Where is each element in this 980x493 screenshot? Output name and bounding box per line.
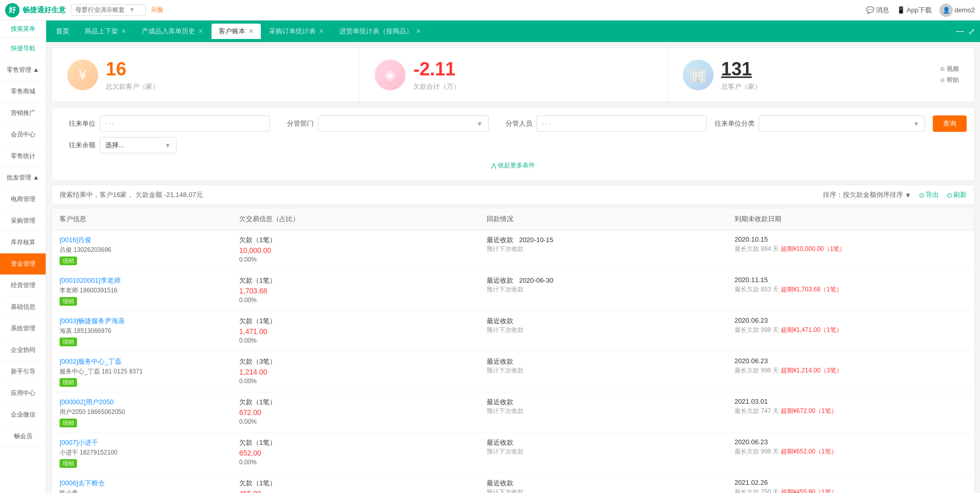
- debt-amount-6: 652.00: [239, 449, 471, 457]
- days-info-4: 最长欠款 998 天 超期¥1,214.00（3笔）: [735, 366, 967, 375]
- refresh-btn[interactable]: ⊙ 刷新: [947, 190, 967, 200]
- sidebar-item-finance[interactable]: 资金管理: [0, 253, 46, 275]
- sidebar-item-newbie[interactable]: 新手引导: [0, 361, 46, 383]
- sidebar-item-enterprise[interactable]: 企业协同: [0, 340, 46, 361]
- sidebar-item-retail-mall[interactable]: 零售商城: [0, 81, 46, 103]
- app-download-btn[interactable]: 📱 App下载: [897, 6, 932, 15]
- customer-name-7[interactable]: [0006]去下粮仓: [60, 479, 105, 487]
- debt-count-4: 欠款（3笔）: [239, 357, 471, 366]
- td-customer-7: [0006]去下粮仓 陈小希 现销: [52, 474, 232, 493]
- main-layout: 搜索菜单 快捷导航 零售管理 ▲ 零售商城 营销推广 会员中心 零售统计 批发管…: [0, 21, 980, 493]
- logo-icon: 好: [5, 3, 20, 17]
- overdue-amount-3[interactable]: 超期¥1,471.00（1笔）: [781, 326, 842, 333]
- tab-finished-goods[interactable]: 产成品入库单历史 ✕: [134, 24, 210, 39]
- debt-customers-icon: ¥: [67, 60, 98, 90]
- sidebar-item-wechat[interactable]: 企业微信: [0, 404, 46, 426]
- sidebar-item-purchase-mgmt[interactable]: 采购管理: [0, 210, 46, 232]
- message-btn[interactable]: 💬 消息: [866, 6, 889, 15]
- customer-name-2[interactable]: [0001020001]李老师: [60, 277, 121, 284]
- td-due-3: 2020.06.23 最长欠款 998 天 超期¥1,471.00（1笔）: [727, 311, 974, 351]
- store-selector[interactable]: 母婴行业演示账套 ▼: [71, 4, 146, 16]
- overdue-amount-2[interactable]: 超期¥1,703.68（1笔）: [781, 286, 842, 293]
- debt-count-5: 欠款（1笔）: [239, 398, 471, 407]
- video-btn[interactable]: ⊙ 视频: [940, 65, 959, 73]
- sort-arrow-icon: ▼: [905, 191, 911, 199]
- overdue-amount-1[interactable]: 超期¥10,000.00（1笔）: [781, 245, 846, 252]
- sidebar-item-ecommerce[interactable]: 电商管理: [0, 189, 46, 210]
- filter-balance-select[interactable]: 选择... ▼: [100, 137, 177, 153]
- customer-name-1[interactable]: [0016]吕俊: [60, 236, 91, 244]
- customer-name-4[interactable]: [0002]服务中心_丁磊: [60, 358, 122, 365]
- tab-purchase-order-stats[interactable]: 采购订单统计表 ✕: [262, 24, 331, 39]
- td-due-7: 2021.02.26 最长欠款 750 天 超期¥455.90（1笔）: [727, 474, 974, 493]
- filter-unit-input[interactable]: ···: [100, 115, 270, 132]
- filter-row-2: 往来余额 选择... ▼: [60, 137, 967, 153]
- filter-unit-cat-select[interactable]: ▼: [759, 115, 925, 132]
- sidebar-item-member2[interactable]: 畅会员: [0, 426, 46, 447]
- overdue-amount-5[interactable]: 超期¥672.00（1笔）: [781, 407, 837, 415]
- filter-person-input[interactable]: ···: [536, 115, 707, 132]
- enterprise-label: 企业协同: [3, 346, 43, 354]
- tab-close-incoming[interactable]: ✕: [416, 28, 421, 35]
- sidebar-item-system[interactable]: 系统管理: [0, 318, 46, 340]
- overdue-amount-7[interactable]: 超期¥455.90（1笔）: [781, 488, 837, 493]
- recovery-label-2: 最近收款 2020-06-30: [487, 276, 719, 285]
- sidebar-item-member[interactable]: 会员中心: [0, 124, 46, 146]
- retail-mgmt-label: 零售管理 ▲: [3, 66, 43, 74]
- td-debt-2: 欠款（1笔） 1,703.68 0.00%: [232, 271, 479, 311]
- sidebar-item-retail-mgmt[interactable]: 零售管理 ▲: [0, 60, 46, 81]
- overdue-amount-4[interactable]: 超期¥1,214.00（3笔）: [781, 367, 842, 374]
- td-due-5: 2021.03.01 最长欠款 747 天 超期¥672.00（1笔）: [727, 392, 974, 432]
- table-row: [0016]吕俊 吕俊 13026203696 现销 欠款（1笔） 10,000…: [52, 230, 974, 271]
- tabs-bar: 首页 商品上下架 ✕ 产成品入库单历史 ✕ 客户账本 ✕ 采购订单统计表 ✕: [46, 21, 980, 42]
- total-customers-number: 131: [721, 58, 932, 80]
- tab-product-listing[interactable]: 商品上下架 ✕: [78, 24, 133, 39]
- sidebar-item-retail-stats[interactable]: 零售统计: [0, 146, 46, 167]
- tabs-minimize-btn[interactable]: —: [956, 27, 964, 36]
- sidebar-search-btn[interactable]: 搜索菜单: [0, 21, 46, 38]
- filter-unit-category: 往来单位分类 ▼: [715, 115, 925, 132]
- overdue-amount-6[interactable]: 超期¥652.00（1笔）: [781, 448, 837, 455]
- tab-close-finished-goods[interactable]: ✕: [198, 28, 203, 35]
- customer-name-5[interactable]: [000002]用户2050: [60, 398, 114, 406]
- ecommerce-label: 电商管理: [3, 195, 43, 204]
- td-customer-3: [0003]畅捷服务尹海蒸 海蒸 18513066976 现销: [52, 311, 232, 351]
- filter-dept-select[interactable]: ▼: [318, 115, 488, 132]
- tab-incoming-stats[interactable]: 进货单统计表（按商品） ✕: [332, 24, 428, 39]
- customer-name-6[interactable]: [0007]小进干: [60, 439, 98, 446]
- tab-close-purchase-order[interactable]: ✕: [319, 28, 324, 35]
- refresh-icon: ⊙: [947, 191, 952, 199]
- sort-selector[interactable]: 排序：按欠款金额倒序排序 ▼: [823, 190, 911, 200]
- tab-close-customer-ledger[interactable]: ✕: [248, 28, 254, 35]
- help-btn[interactable]: ⊙ 帮助: [940, 76, 959, 85]
- debt-customers-number: 16: [106, 58, 343, 80]
- tab-home[interactable]: 首页: [49, 24, 76, 39]
- store-link[interactable]: 示脸: [151, 6, 163, 14]
- sidebar-item-quick-nav[interactable]: 快捷导航: [0, 38, 46, 60]
- td-due-2: 2020.11.15 最长欠款 853 天 超期¥1,703.68（1笔）: [727, 271, 974, 311]
- sidebar-item-inventory[interactable]: 库存核算: [0, 232, 46, 253]
- td-customer-4: [0002]服务中心_丁磊 服务中心_丁磊 181 0125 8371 现销: [52, 352, 232, 392]
- sidebar-item-app-center[interactable]: 应用中心: [0, 383, 46, 404]
- td-debt-7: 欠款（1笔） 455.90 0.00%: [232, 474, 479, 493]
- tab-close-product-listing[interactable]: ✕: [121, 28, 126, 35]
- customer-tag-2: 现销: [60, 297, 77, 306]
- td-debt-3: 欠款（1笔） 1,471.00 0.00%: [232, 311, 479, 351]
- results-bar: 搜索结果中，客户16家， 欠款金额 -21,148.07元 排序：按欠款金额倒序…: [51, 185, 975, 205]
- filter-area: 往来单位 ··· 分管部门 ▼: [51, 107, 975, 181]
- sidebar-item-operations[interactable]: 经营管理: [0, 275, 46, 297]
- sidebar-item-basic-info[interactable]: 基础信息: [0, 297, 46, 318]
- stat-card2-info: -2.11 欠款合计（万）: [413, 58, 651, 91]
- sidebar-item-wholesale-mgmt[interactable]: 批发管理 ▲: [0, 167, 46, 189]
- export-btn[interactable]: ⊙ 导出: [919, 190, 939, 200]
- customer-tag-6: 现销: [60, 459, 77, 468]
- customer-name-3[interactable]: [0003]畅捷服务尹海蒸: [60, 317, 125, 325]
- sidebar-item-marketing[interactable]: 营销推广: [0, 103, 46, 124]
- user-avatar[interactable]: 👤 demo2: [939, 4, 975, 17]
- collapse-filter-btn[interactable]: ⋀ 收起更多条件: [60, 159, 967, 172]
- tab-customer-ledger[interactable]: 客户账本 ✕: [212, 24, 261, 39]
- search-button[interactable]: 查询: [933, 115, 967, 132]
- td-debt-5: 欠款（1笔） 672.00 0.00%: [232, 392, 479, 432]
- recovery-next-6: 预计下次收款: [487, 447, 719, 456]
- tabs-maximize-btn[interactable]: ⤢: [968, 27, 975, 36]
